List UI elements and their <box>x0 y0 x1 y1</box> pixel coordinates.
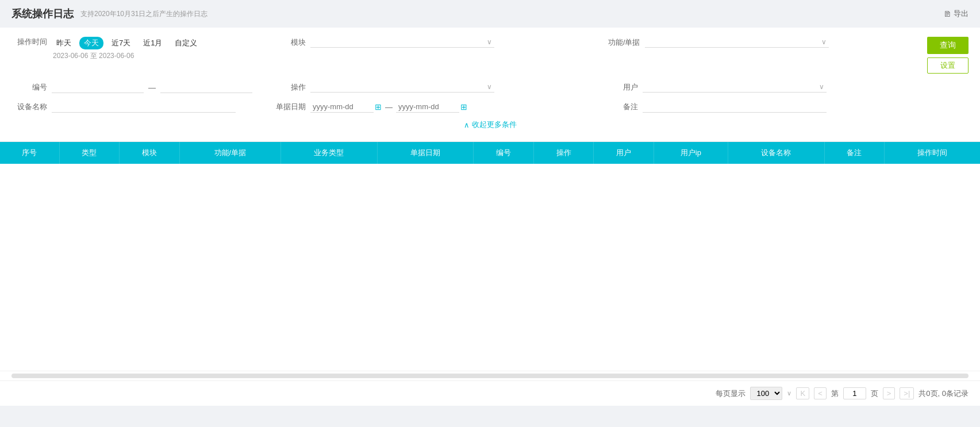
col-seqno: 序号 <box>0 142 59 164</box>
pagination-bar: 每页显示 100 10 20 50 ∨ K < 第 1 页 > >| 共0页, … <box>0 380 980 406</box>
function-select[interactable]: ∨ <box>645 37 829 48</box>
page-label: 第 <box>831 388 839 399</box>
table-header: 序号 类型 模块 功能/单据 业务类型 单据日期 编号 操作 用户 用户ip 设… <box>0 142 980 164</box>
export-label: 导出 <box>954 9 969 19</box>
empty-area <box>0 164 980 371</box>
page-last-button[interactable]: >| <box>900 387 914 399</box>
page-title: 系统操作日志 <box>11 7 74 21</box>
note-label: 备注 <box>591 102 643 112</box>
col-operation: 操作 <box>533 142 593 164</box>
data-table: 序号 类型 模块 功能/单据 业务类型 单据日期 编号 操作 用户 用户ip 设… <box>0 142 980 164</box>
collapse-up-icon: ∧ <box>464 121 470 129</box>
col-op-time: 操作时间 <box>884 142 980 164</box>
date-dash: — <box>385 103 393 111</box>
col-function: 功能/单据 <box>179 142 280 164</box>
note-input[interactable] <box>643 101 827 113</box>
module-select[interactable]: ∨ <box>310 37 494 48</box>
time-btn-yesterday[interactable]: 昨天 <box>52 37 76 49</box>
time-btn-custom[interactable]: 自定义 <box>170 37 202 49</box>
collapse-row: ∧ 收起更多条件 <box>11 116 969 132</box>
operation-label: 操作 <box>270 82 310 93</box>
date-end-calendar-icon[interactable]: ⊞ <box>460 102 467 111</box>
col-code: 编号 <box>474 142 533 164</box>
module-chevron-icon: ∨ <box>487 38 492 46</box>
per-page-label: 每页显示 <box>716 388 745 399</box>
code-input-start[interactable] <box>52 82 144 93</box>
col-note: 备注 <box>824 142 884 164</box>
time-filter-group: 昨天 今天 近7天 近1月 自定义 2023-06-06 至 2023-06-0… <box>52 37 202 61</box>
function-chevron-icon: ∨ <box>821 38 827 46</box>
page-prev-button[interactable]: < <box>814 387 827 399</box>
user-chevron-icon: ∨ <box>819 83 824 91</box>
device-label: 设备名称 <box>11 102 52 112</box>
export-icon: 🖹 <box>944 10 951 18</box>
page-suffix: 页 <box>871 388 878 399</box>
col-module: 模块 <box>120 142 179 164</box>
code-dash: — <box>148 83 156 92</box>
code-input-end[interactable] <box>160 82 252 93</box>
col-user-ip: 用户ip <box>654 142 728 164</box>
collapse-button[interactable]: ∧ 收起更多条件 <box>464 120 517 130</box>
user-select[interactable]: ∨ <box>643 82 827 93</box>
code-label: 编号 <box>11 82 52 93</box>
page-first-button[interactable]: K <box>796 387 809 399</box>
col-type: 类型 <box>59 142 119 164</box>
time-range: 2023-06-06 至 2023-06-06 <box>52 51 202 61</box>
col-biz-type: 业务类型 <box>281 142 378 164</box>
page-next-button[interactable]: > <box>883 387 896 399</box>
col-user: 用户 <box>594 142 654 164</box>
filter-row-1: 操作时间 昨天 今天 近7天 近1月 自定义 2023-06-06 至 2023… <box>11 37 969 74</box>
scrollbar-row <box>0 371 980 380</box>
filter-row-3: 设备名称 单据日期 ⊞ — ⊞ 备注 <box>11 101 969 113</box>
date-start-calendar-icon[interactable]: ⊞ <box>375 102 382 111</box>
export-button[interactable]: 🖹 导出 <box>944 9 969 19</box>
filter-panel: 操作时间 昨天 今天 近7天 近1月 自定义 2023-06-06 至 2023… <box>0 28 980 142</box>
operation-select[interactable]: ∨ <box>310 82 494 93</box>
time-btn-1month[interactable]: 近1月 <box>139 37 167 49</box>
table-header-row: 序号 类型 模块 功能/单据 业务类型 单据日期 编号 操作 用户 用户ip 设… <box>0 142 980 164</box>
operation-chevron-icon: ∨ <box>487 83 492 91</box>
page-subtitle: 支持2020年10月31日之后产生的操作日志 <box>80 9 207 19</box>
table-container: 序号 类型 模块 功能/单据 业务类型 单据日期 编号 操作 用户 用户ip 设… <box>0 142 980 371</box>
filter-row-2: 编号 — 操作 ∨ 用户 ∨ <box>11 82 969 93</box>
action-buttons: 查询 设置 <box>927 37 969 74</box>
user-label: 用户 <box>591 82 643 93</box>
function-label: 功能/单据 <box>593 37 645 48</box>
device-input[interactable] <box>52 101 236 113</box>
time-btn-7days[interactable]: 近7天 <box>107 37 135 49</box>
time-label: 操作时间 <box>11 37 52 47</box>
date-start-input[interactable] <box>310 101 374 113</box>
collapse-label: 收起更多条件 <box>472 120 517 130</box>
query-button[interactable]: 查询 <box>927 37 969 54</box>
page-input[interactable]: 1 <box>843 387 866 399</box>
col-device: 设备名称 <box>728 142 824 164</box>
per-page-chevron-icon: ∨ <box>787 390 791 397</box>
date-label: 单据日期 <box>270 102 310 112</box>
date-end-input[interactable] <box>396 101 459 113</box>
page-header: 系统操作日志 支持2020年10月31日之后产生的操作日志 🖹 导出 <box>0 0 980 28</box>
pagination-total: 共0页, 0条记录 <box>918 388 969 399</box>
settings-button[interactable]: 设置 <box>927 57 969 74</box>
time-buttons: 昨天 今天 近7天 近1月 自定义 <box>52 37 202 49</box>
per-page-select[interactable]: 100 10 20 50 <box>750 387 782 400</box>
module-label: 模块 <box>270 37 310 48</box>
horizontal-scrollbar[interactable] <box>11 374 969 378</box>
time-btn-today[interactable]: 今天 <box>79 37 103 49</box>
col-doc-date: 单据日期 <box>377 142 474 164</box>
